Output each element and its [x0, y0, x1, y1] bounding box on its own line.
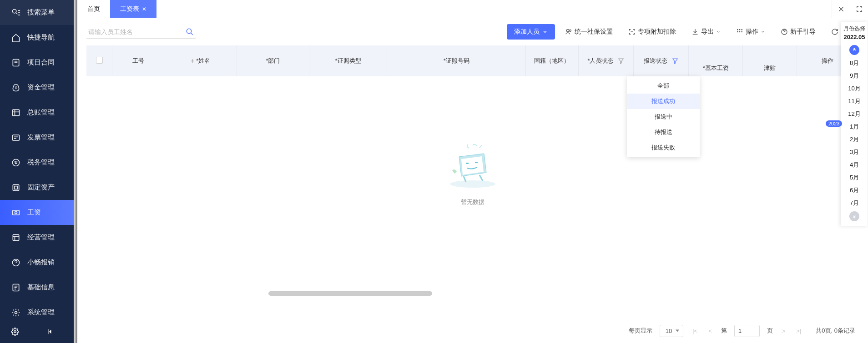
sidebar-item-search-menu[interactable]: 搜索菜单 — [0, 0, 77, 25]
svg-rect-17 — [15, 186, 18, 189]
prev-page-button[interactable]: < — [707, 328, 714, 334]
col-header: 津贴 — [764, 64, 776, 72]
reimburse-icon — [11, 258, 21, 268]
sidebar-item-system[interactable]: 系统管理 — [0, 300, 77, 320]
social-insurance-button[interactable]: 统一社保设置 — [560, 28, 618, 36]
document-icon — [11, 58, 21, 68]
month-item[interactable]: 6月 — [841, 184, 868, 197]
help-icon — [781, 28, 788, 35]
page-input[interactable] — [734, 325, 760, 337]
business-icon — [11, 233, 21, 243]
pagination: 每页显示 10 |< < 第 页 > >| 共0页, 0条记录 — [77, 318, 868, 343]
month-selector-panel: 月份选择 2022.05 8月 9月 10月 11月 12月 2023 1月 2… — [841, 22, 868, 226]
month-item[interactable]: 4月 — [841, 159, 868, 171]
month-item[interactable]: 8月 — [841, 57, 868, 70]
toolbar: 添加人员 统一社保设置 专项附加扣除 导出 操作 — [77, 18, 868, 45]
close-icon[interactable]: ✕ — [142, 6, 146, 12]
tax-icon — [11, 158, 21, 168]
svg-rect-48 — [466, 163, 469, 164]
empty-state: 暂无数据 — [441, 136, 505, 206]
month-item[interactable]: 3月 — [841, 146, 868, 159]
collapse-sidebar-icon[interactable] — [46, 328, 55, 336]
sidebar-item-basic-info[interactable]: 基础信息 — [0, 275, 77, 300]
filter-option-failed[interactable]: 报送失败 — [627, 140, 700, 155]
add-person-button[interactable]: 添加人员 — [507, 24, 555, 40]
sidebar-item-salary[interactable]: 工资 — [0, 200, 77, 225]
svg-point-28 — [15, 311, 17, 313]
first-page-button[interactable]: |< — [691, 328, 699, 334]
sidebar-item-tax[interactable]: 税务管理 — [0, 150, 77, 175]
search-icon[interactable] — [184, 26, 196, 38]
svg-point-40 — [741, 29, 742, 30]
sidebar-item-invoice[interactable]: 发票管理 — [0, 125, 77, 150]
sidebar-item-label: 工资 — [27, 208, 41, 217]
search-input[interactable] — [86, 25, 184, 38]
sidebar-item-project-contract[interactable]: 项目合同 — [0, 50, 77, 75]
filter-icon[interactable] — [618, 58, 624, 64]
month-item[interactable]: 7月 — [841, 197, 868, 209]
last-page-button[interactable]: >| — [794, 328, 803, 334]
svg-line-1 — [16, 13, 17, 14]
month-item[interactable]: 12月 — [841, 108, 868, 120]
tab-salary-sheet[interactable]: 工资表 ✕ — [110, 0, 156, 18]
filter-icon[interactable] — [672, 58, 678, 64]
system-icon — [11, 308, 21, 318]
sidebar-resize-handle[interactable] — [74, 0, 77, 343]
select-all-checkbox[interactable] — [96, 57, 103, 64]
next-page-button[interactable]: > — [780, 328, 787, 334]
sidebar-item-label: 快捷导航 — [27, 33, 55, 42]
svg-text:¥: ¥ — [15, 85, 17, 90]
page-prefix: 第 — [721, 327, 727, 335]
svg-rect-9 — [13, 109, 20, 115]
svg-rect-30 — [48, 329, 49, 334]
month-item[interactable]: 5月 — [841, 171, 868, 184]
settings-icon[interactable] — [11, 328, 19, 336]
month-item[interactable]: 11月 — [841, 95, 868, 108]
operate-button[interactable]: 操作 — [731, 28, 771, 36]
svg-marker-46 — [673, 59, 678, 64]
horizontal-scrollbar[interactable] — [268, 291, 432, 296]
export-button[interactable]: 导出 — [686, 28, 726, 36]
month-current: 2022.05 — [844, 34, 865, 43]
sidebar-item-quick-nav[interactable]: 快捷导航 — [0, 25, 77, 50]
sidebar-item-funds[interactable]: ¥ 资金管理 — [0, 75, 77, 100]
special-deduction-button[interactable]: 专项附加扣除 — [623, 28, 681, 36]
close-all-tabs-button[interactable] — [832, 0, 850, 18]
svg-rect-20 — [13, 234, 19, 240]
month-item[interactable]: 1月 — [841, 120, 868, 133]
search-wrap — [86, 25, 196, 39]
month-scroll-up-button[interactable] — [849, 45, 859, 55]
month-item[interactable]: 10月 — [841, 82, 868, 95]
sidebar-item-label: 税务管理 — [27, 158, 55, 167]
per-page-label: 每页显示 — [629, 327, 652, 335]
col-header: *基本工资 — [703, 64, 729, 72]
sidebar-item-label: 发票管理 — [27, 133, 55, 142]
svg-point-36 — [569, 30, 571, 31]
sidebar-item-fixed-assets[interactable]: 固定资产 — [0, 175, 77, 200]
filter-option-in-progress[interactable]: 报送中 — [627, 109, 700, 124]
svg-rect-12 — [13, 135, 20, 140]
home-icon — [11, 33, 21, 43]
col-header: *部门 — [266, 57, 280, 65]
sidebar-item-ledger[interactable]: 总账管理 — [0, 100, 77, 125]
search-list-icon — [11, 8, 21, 18]
link-label: 专项附加扣除 — [638, 28, 676, 36]
svg-point-15 — [13, 159, 20, 166]
filter-option-pending[interactable]: 待报送 — [627, 124, 700, 140]
guide-button[interactable]: 新手引导 — [775, 28, 821, 36]
filter-option-success[interactable]: 报送成功 — [627, 94, 700, 109]
users-icon — [565, 28, 572, 35]
link-label: 导出 — [701, 28, 714, 36]
filter-option-all[interactable]: 全部 — [627, 78, 700, 94]
month-item[interactable]: 2月 — [841, 133, 868, 146]
fullscreen-button[interactable] — [850, 0, 868, 18]
per-page-select[interactable]: 10 — [660, 325, 683, 337]
sort-icon[interactable]: ▲▼ — [191, 59, 194, 63]
sidebar-item-business[interactable]: 经营管理 — [0, 225, 77, 250]
sidebar-item-reimburse[interactable]: 小畅报销 — [0, 250, 77, 275]
table-container: 工号 ▲▼*姓名 *部门 *证照类型 *证照号码 国籍（地区） *人员状态 报送… — [86, 45, 859, 318]
month-item[interactable]: 9月 — [841, 70, 868, 82]
chevron-down-icon — [761, 30, 765, 34]
tab-home[interactable]: 首页 — [77, 0, 110, 18]
month-scroll-down-button[interactable] — [849, 211, 859, 221]
